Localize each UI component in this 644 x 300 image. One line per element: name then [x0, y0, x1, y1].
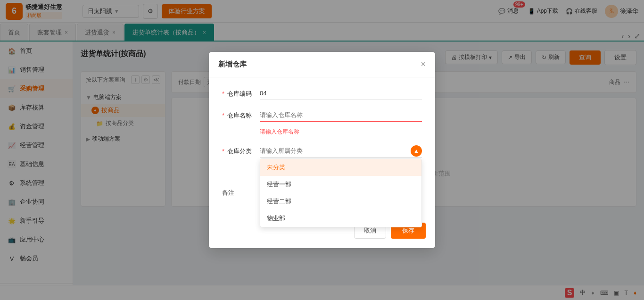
- dropdown-item-uncategorized[interactable]: 未分类: [260, 159, 421, 176]
- name-input-box: [260, 108, 422, 122]
- modal-overlay: 新增仓库 × * 仓库编码 * 仓库名称: [0, 0, 644, 300]
- name-input[interactable]: [260, 108, 422, 122]
- dropdown-item-property[interactable]: 物业部: [260, 210, 421, 227]
- category-required-star: *: [222, 148, 224, 155]
- code-form-row: * 仓库编码: [222, 87, 422, 100]
- category-form-row: * 仓库分类 ▲ 未分类 经营一部 经营二部 物业部: [222, 144, 422, 158]
- name-error-text: 请输入仓库名称: [260, 128, 299, 135]
- category-dropdown-container: ▲ 未分类 经营一部 经营二部 物业部: [260, 144, 422, 158]
- dropdown-arrow-button[interactable]: ▲: [411, 145, 422, 157]
- remark-label: 备注: [222, 186, 255, 197]
- name-error-tip: 请输入仓库名称: [260, 128, 299, 136]
- modal-body: * 仓库编码 * 仓库名称: [209, 77, 435, 217]
- dropdown-item-dept2[interactable]: 经营二部: [260, 193, 421, 210]
- code-label: * 仓库编码: [222, 87, 255, 98]
- required-star: *: [222, 90, 224, 97]
- modal-header: 新增仓库 ×: [209, 52, 435, 77]
- category-input[interactable]: [260, 144, 422, 158]
- code-input[interactable]: [260, 87, 422, 100]
- modal-close-button[interactable]: ×: [421, 59, 426, 69]
- dropdown-item-dept1[interactable]: 经营一部: [260, 176, 421, 193]
- name-required-star: *: [222, 112, 224, 119]
- modal-title: 新增仓库: [218, 60, 247, 69]
- name-label: * 仓库名称: [222, 108, 255, 120]
- modal: 新增仓库 × * 仓库编码 * 仓库名称: [209, 52, 435, 248]
- category-label: * 仓库分类: [222, 144, 255, 156]
- name-form-row: * 仓库名称 请输入仓库名称: [222, 108, 422, 136]
- category-dropdown-menu: 未分类 经营一部 经营二部 物业部: [260, 158, 422, 227]
- code-input-box: [260, 87, 422, 100]
